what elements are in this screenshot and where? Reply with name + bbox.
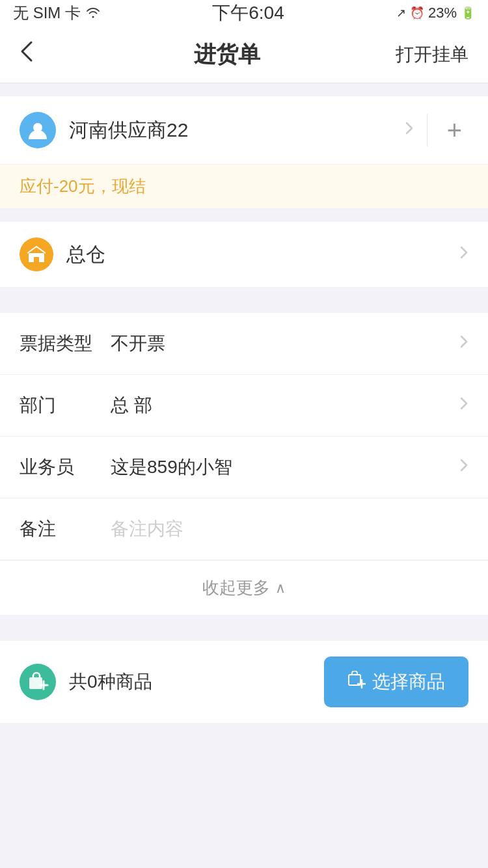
remark-input[interactable]: 备注内容 — [98, 517, 468, 541]
dept-chevron-icon — [459, 395, 468, 416]
battery-label: 23% — [428, 5, 457, 21]
status-bar: 无 SIM 卡 下午6:04 ↗ ⏰ 23% 🔋 — [0, 0, 488, 26]
dept-value: 总 部 — [98, 393, 453, 418]
add-supplier-button[interactable]: + — [441, 116, 468, 145]
section-gap-1 — [0, 83, 488, 96]
select-product-label: 选择商品 — [372, 670, 445, 694]
invoice-value: 不开票 — [98, 331, 453, 356]
product-icon — [20, 664, 56, 700]
alarm-icon: ⏰ — [410, 6, 424, 20]
status-left: 无 SIM 卡 — [13, 3, 100, 23]
battery-icon: 🔋 — [461, 6, 475, 20]
dept-row[interactable]: 部门 总 部 — [0, 375, 488, 437]
invoice-row[interactable]: 票据类型 不开票 — [0, 313, 488, 375]
section-gap-3 — [0, 287, 488, 300]
select-product-icon — [347, 671, 366, 694]
collapse-text: 收起更多 — [202, 576, 270, 599]
form-section: 票据类型 不开票 部门 总 部 业务员 这是859的小智 备注 备注内容 — [0, 313, 488, 615]
status-time: 下午6:04 — [212, 1, 284, 25]
product-count: 共0种商品 — [69, 670, 324, 694]
bottom-bar: 共0种商品 选择商品 — [0, 641, 488, 723]
back-button[interactable] — [20, 40, 59, 69]
supplier-chevron-icon — [405, 120, 414, 141]
svg-rect-2 — [34, 257, 39, 262]
supplier-name: 河南供应商22 — [69, 117, 398, 144]
remark-row[interactable]: 备注 备注内容 — [0, 498, 488, 560]
invoice-chevron-icon — [459, 333, 468, 354]
sales-value: 这是859的小智 — [98, 455, 453, 480]
collapse-row[interactable]: 收起更多 ∧ — [0, 560, 488, 615]
warehouse-chevron-icon — [459, 244, 468, 265]
warehouse-row[interactable]: 总仓 — [0, 222, 488, 287]
sales-chevron-icon — [459, 457, 468, 478]
warehouse-section[interactable]: 总仓 — [0, 222, 488, 287]
warehouse-icon — [20, 237, 53, 271]
warehouse-name: 总仓 — [66, 241, 453, 268]
open-pending-button[interactable]: 打开挂单 — [396, 42, 468, 67]
location-icon: ↗ — [396, 6, 406, 20]
notice-bar: 应付-20元，现结 — [0, 165, 488, 209]
sales-label: 业务员 — [20, 455, 98, 480]
nav-bar: 进货单 打开挂单 — [0, 26, 488, 83]
dept-label: 部门 — [20, 393, 98, 418]
select-product-button[interactable]: 选择商品 — [324, 657, 468, 707]
collapse-arrow-icon: ∧ — [275, 580, 286, 597]
supplier-row[interactable]: 河南供应商22 + — [0, 96, 488, 165]
section-gap-4 — [0, 615, 488, 628]
remark-label: 备注 — [20, 517, 98, 541]
page-title: 进货单 — [194, 40, 260, 70]
supplier-divider — [427, 114, 427, 146]
supplier-avatar — [20, 112, 56, 148]
sales-row[interactable]: 业务员 这是859的小智 — [0, 437, 488, 498]
section-gap-2 — [0, 209, 488, 222]
status-right: ↗ ⏰ 23% 🔋 — [396, 5, 475, 21]
wifi-icon — [86, 4, 100, 22]
invoice-label: 票据类型 — [20, 331, 98, 356]
sim-label: 无 SIM 卡 — [13, 3, 81, 23]
svg-rect-3 — [29, 677, 42, 689]
supplier-section: 河南供应商22 + 应付-20元，现结 — [0, 96, 488, 209]
